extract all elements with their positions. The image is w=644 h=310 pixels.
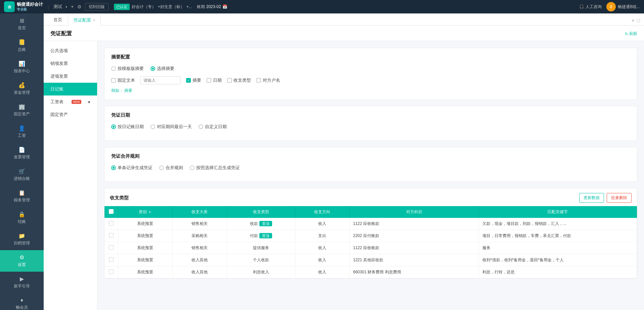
row-keywords-2: 项目，日常费用，报销款，车费，承兑汇票，付款	[479, 230, 637, 242]
calendar-icon[interactable]: 📅	[222, 4, 227, 9]
col-checkbox[interactable]	[104, 206, 118, 218]
sidebar-item-salary[interactable]: 👤 工资	[0, 121, 44, 143]
checkbox-date[interactable]: 日期	[207, 77, 222, 83]
add-button[interactable]: +	[71, 4, 74, 10]
window-close-icon[interactable]: ×	[632, 18, 634, 23]
left-nav-fixed-asset[interactable]: 固定资产	[44, 108, 97, 121]
checkbox-counterparty-label: 对方户名	[263, 77, 280, 83]
tab-active-label: 凭证配置	[74, 17, 91, 23]
radio-merge[interactable]: 合并规则	[159, 165, 183, 171]
row-major-2: 采购相关	[172, 230, 227, 242]
headset-icon: 🎧	[579, 4, 584, 9]
sidebar-label-member: 畅会员	[16, 305, 28, 310]
refresh-icon: ↻	[625, 32, 628, 36]
row-keywords-3: 服务	[479, 242, 637, 254]
left-nav-payroll-label: 工资表	[50, 99, 63, 105]
radio-select-total[interactable]: 按照选择汇总生成凭证	[190, 165, 240, 171]
merge-rule-section: 凭证合并规则 单条记录生成凭证 合并规则	[104, 147, 637, 182]
sidebar-item-ledger[interactable]: 📒 总账	[0, 35, 44, 56]
row-direction-3: 收入	[295, 242, 349, 254]
radio-select[interactable]: 选择摘要	[151, 66, 174, 72]
sidebar-item-settings[interactable]: ⚙ 设置	[0, 250, 44, 272]
topbar-right: 🎧 人工咨询 B 畅捷通B组...	[579, 2, 640, 11]
example-text: 例如： 摘要	[111, 88, 630, 93]
fixed-text-input[interactable]	[140, 76, 181, 84]
sidebar-item-purchase[interactable]: 🛒 进销台账	[0, 164, 44, 186]
sidebar-label-salary: 工资	[18, 133, 26, 139]
asset-icon: 🏢	[18, 104, 25, 110]
radio-custom-date-circle	[199, 124, 203, 129]
radio-single[interactable]: 单条记录生成凭证	[111, 165, 153, 171]
row-check-4[interactable]	[104, 254, 118, 266]
row-type-4: 个人收款	[227, 254, 295, 266]
left-nav-sales-invoice[interactable]: 销项发票	[44, 57, 97, 70]
radio-template[interactable]: 按模板版摘要	[111, 66, 144, 72]
period-value: 2023-02	[206, 4, 221, 9]
left-nav-purchase-invoice[interactable]: 进项发票	[44, 70, 97, 83]
tab-close-icon[interactable]: ×	[93, 18, 95, 22]
radio-single-label: 单条记录生成凭证	[118, 165, 153, 171]
sidebar-item-invoice[interactable]: 📄 发票管理	[0, 143, 44, 164]
window-maximize-icon[interactable]: □	[637, 18, 640, 23]
checkbox-counterparty-box	[256, 78, 261, 83]
table-row: 系统预置 销售相关 提供服务 收入 1122 应收账款 服务	[104, 242, 637, 254]
update-data-button[interactable]: 更新数据	[579, 193, 604, 203]
sidebar-label-home: 首页	[18, 25, 26, 31]
batch-delete-button[interactable]: 批量删除	[607, 193, 632, 203]
period-label: 账期	[197, 4, 205, 10]
refresh-button[interactable]: ↻ 刷新	[625, 31, 637, 37]
radio-merge-circle	[159, 165, 164, 170]
row-subject-3: 1122 应收账款	[350, 242, 479, 254]
row-type-label-1: 收款	[250, 221, 258, 226]
row-check-3[interactable]	[104, 242, 118, 254]
tab-voucher-config[interactable]: 凭证配置 ×	[68, 14, 101, 26]
switch-version-button[interactable]: 切到旧版	[85, 3, 109, 11]
radio-template-label: 按模板版摘要	[118, 66, 144, 72]
row-subject-1: 1122 应收账款	[350, 218, 479, 230]
row-check-5[interactable]	[104, 266, 118, 278]
sidebar-item-report[interactable]: 📊 报表中心	[0, 56, 44, 78]
sidebar-item-member[interactable]: ♦ 畅会员	[0, 293, 44, 310]
checkbox-category-box	[227, 78, 232, 83]
sidebar-label-purchase: 进销台账	[14, 176, 30, 182]
left-nav-payroll[interactable]: 工资表 NEW ▾	[44, 95, 97, 108]
row-check-1[interactable]	[104, 218, 118, 230]
settings-icon[interactable]: ⚙	[77, 4, 82, 9]
radio-journal-date[interactable]: 按日记账日期	[111, 124, 144, 130]
sidebar-item-home[interactable]: ⊞ 首页	[0, 13, 44, 35]
sidebar-item-archive[interactable]: 📁 归档管理	[0, 229, 44, 250]
invoice-icon: 📄	[18, 147, 25, 153]
checkbox-fixed-text-label: 固定文本	[118, 77, 135, 83]
checkbox-summary[interactable]: ✓ 摘要	[186, 77, 201, 83]
sidebar-item-tax[interactable]: 📋 税务管理	[0, 186, 44, 207]
user-info[interactable]: B 畅捷通B组...	[606, 2, 640, 11]
checkbox-category[interactable]: 收支类型	[227, 77, 251, 83]
company-dropdown-icon[interactable]: ▾	[66, 5, 67, 9]
left-nav: 公共选项 销项发票 进项发票 日记账 工资表 NEW ▾	[44, 41, 97, 310]
payroll-expand-icon: ▾	[88, 100, 90, 105]
row-tag-2[interactable]: 置顶	[259, 233, 272, 238]
radio-period-last[interactable]: 对应期间最后一天	[151, 124, 192, 130]
checkbox-counterparty[interactable]: 对方户名	[256, 77, 280, 83]
table-row: 系统预置 收入其他 利息收入 收入 660301 财务费用 利息费用 利息，行转…	[104, 266, 637, 278]
sidebar-item-close[interactable]: 🔒 结账	[0, 207, 44, 229]
sidebar-item-guide[interactable]: ▶ 新手引导	[0, 272, 44, 293]
main-layout: ⊞ 首页 📒 总账 📊 报表中心 💰 资金管理 🏢 固定资产 👤 工资 📄 发票…	[0, 13, 644, 310]
sidebar-item-asset[interactable]: 🏢 固定资产	[0, 100, 44, 121]
checkbox-fixed-text[interactable]: 固定文本	[111, 77, 135, 83]
row-category-5: 系统预置	[118, 266, 172, 278]
tab-home[interactable]: 首页	[48, 14, 68, 25]
sidebar-label-fund: 资金管理	[14, 90, 30, 95]
radio-custom-date[interactable]: 自定义日期	[199, 124, 227, 130]
left-nav-journal[interactable]: 日记账	[44, 83, 97, 95]
left-nav-public[interactable]: 公共选项	[44, 44, 97, 57]
income-expense-section: 收支类型 更新数据 批量删除 类别 ∨ 收支大类	[104, 188, 637, 279]
app-name: 畅捷通好会计	[17, 2, 43, 7]
consult-button[interactable]: 🎧 人工咨询	[579, 4, 602, 10]
sidebar-item-fund[interactable]: 💰 资金管理	[0, 78, 44, 100]
checkbox-fixed-text-box	[111, 78, 116, 83]
row-tag-1[interactable]: 置顶	[259, 221, 272, 226]
row-check-2[interactable]	[104, 230, 118, 242]
left-nav-purchase-invoice-label: 进项发票	[50, 73, 68, 79]
window-controls: × □	[632, 18, 640, 25]
